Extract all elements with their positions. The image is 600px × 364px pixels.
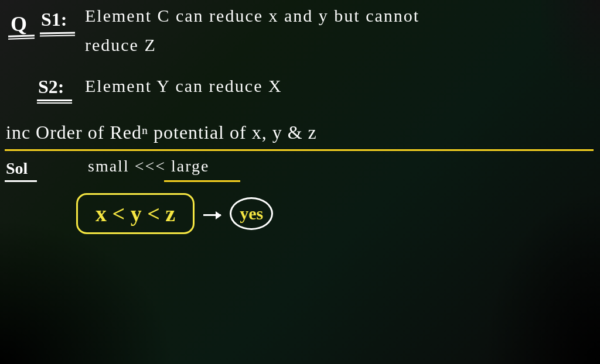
inc-underline [5, 149, 594, 151]
q-underline2 [8, 37, 35, 40]
s2-label: S2: [38, 76, 64, 98]
yes-text: yes [240, 204, 263, 224]
yes-circle: yes [230, 197, 273, 230]
s1-line2-text: reduce Z [85, 35, 156, 55]
large-underline [164, 180, 240, 182]
xyz-expression: x < y < z [96, 201, 175, 226]
s2-underline2 [37, 102, 72, 104]
arrow-line [203, 214, 221, 216]
q-underline [8, 35, 35, 37]
s1-underline2 [40, 35, 75, 36]
sol-label: Sol [6, 159, 28, 178]
s1-line1-text: Element C can reduce x and y but cannot [85, 6, 420, 26]
inc-order-text: inc Order of Redⁿ potential of x, y & z [6, 122, 317, 143]
xyz-container: x < y < z yes [76, 193, 273, 234]
s1-underline [40, 32, 75, 34]
xyz-box: x < y < z [76, 193, 195, 234]
blackboard: Q S1: Element C can reduce x and y but c… [0, 0, 600, 364]
s2-underline [37, 99, 72, 101]
small-large-text: small <<< large [88, 157, 210, 176]
content-area: Q S1: Element C can reduce x and y but c… [0, 0, 600, 364]
s1-label: S1: [41, 9, 67, 30]
sol-underline [5, 180, 37, 182]
arrow-connector [203, 211, 221, 216]
s2-text: Element Y can reduce X [85, 76, 282, 96]
q-label: Q [11, 12, 27, 36]
